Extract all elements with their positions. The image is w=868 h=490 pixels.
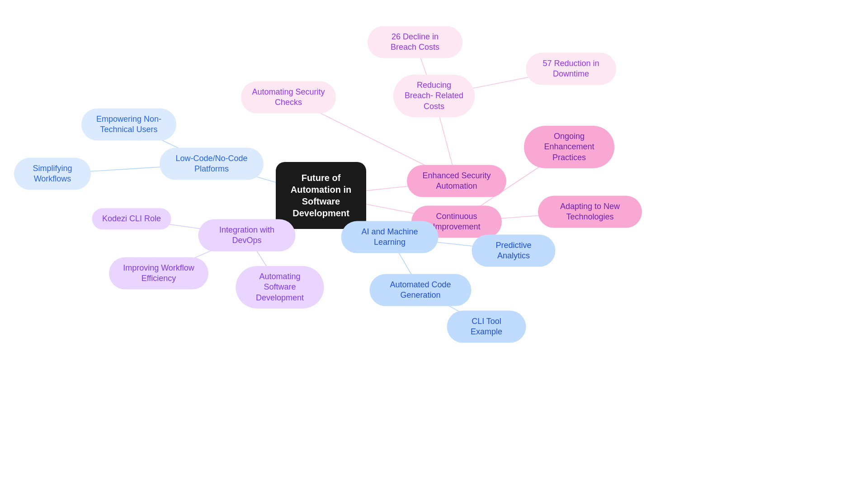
integration-devops-label: Integration with DevOps	[208, 225, 286, 246]
improving-workflow-node: Improving Workflow Efficiency	[109, 257, 208, 290]
simplifying-node: Simplifying Workflows	[14, 158, 91, 190]
ai-ml-node: AI and Machine Learning	[341, 221, 439, 253]
reducing-breach-label: Reducing Breach- Related Costs	[403, 80, 465, 112]
reducing-breach-node: Reducing Breach- Related Costs	[393, 75, 475, 117]
predictive-node: Predictive Analytics	[472, 235, 556, 267]
automated-code-label: Automated Code Generation	[380, 280, 462, 301]
simplifying-label: Simplifying Workflows	[24, 163, 81, 185]
ongoing-enhancement-node: Ongoing Enhancement Practices	[524, 126, 614, 168]
enhanced-security-label: Enhanced Security Automation	[417, 171, 496, 192]
automating-software-node: Automating Software Development	[236, 266, 324, 309]
automating-security-label: Automating Security Checks	[251, 87, 326, 108]
ongoing-enhancement-label: Ongoing Enhancement Practices	[534, 131, 604, 163]
cli-tool-label: CLI Tool Example	[457, 316, 516, 338]
predictive-label: Predictive Analytics	[482, 240, 546, 262]
adapting-tech-node: Adapting to New Technologies	[538, 196, 642, 228]
center-label: Future of Automation in Software Develop…	[290, 172, 352, 219]
center-node: Future of Automation in Software Develop…	[276, 162, 366, 229]
empowering-node: Empowering Non-Technical Users	[81, 109, 176, 141]
empowering-label: Empowering Non-Technical Users	[91, 114, 166, 135]
automated-code-node: Automated Code Generation	[370, 274, 472, 306]
adapting-tech-label: Adapting to New Technologies	[548, 201, 632, 223]
decline-breach-node: 26 Decline in Breach Costs	[368, 26, 462, 58]
kodezi-cli-node: Kodezi CLI Role	[92, 208, 171, 229]
reduction-downtime-label: 57 Reduction in Downtime	[536, 58, 606, 80]
automating-security-node: Automating Security Checks	[241, 81, 336, 114]
decline-breach-label: 26 Decline in Breach Costs	[377, 32, 453, 53]
integration-devops-node: Integration with DevOps	[198, 219, 296, 252]
kodezi-cli-label: Kodezi CLI Role	[102, 214, 161, 224]
automating-software-label: Automating Software Development	[246, 271, 314, 303]
reduction-downtime-node: 57 Reduction in Downtime	[526, 53, 616, 85]
ai-ml-label: AI and Machine Learning	[351, 227, 429, 248]
improving-workflow-label: Improving Workflow Efficiency	[119, 263, 198, 284]
enhanced-security-node: Enhanced Security Automation	[407, 165, 506, 197]
low-code-node: Low-Code/No-Code Platforms	[160, 148, 264, 180]
low-code-label: Low-Code/No-Code Platforms	[170, 153, 254, 175]
cli-tool-node: CLI Tool Example	[447, 311, 526, 343]
